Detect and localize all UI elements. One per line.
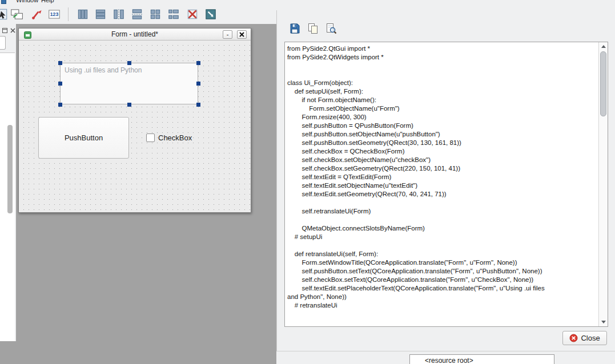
menu-help[interactable]: Help [41, 0, 54, 3]
selection-handle-middle-left[interactable] [58, 82, 62, 86]
svg-text:123: 123 [50, 11, 59, 17]
minimize-button[interactable]: - [223, 30, 232, 39]
selection-handle-bottom-left[interactable] [58, 103, 62, 107]
edit-widgets-icon[interactable] [0, 7, 9, 22]
generated-code: from PySide2.QtGui import * from PySide2… [285, 42, 598, 326]
selection-handle-top-center[interactable] [127, 61, 131, 65]
scroll-up-icon[interactable] [599, 43, 608, 50]
adjust-size-icon[interactable] [203, 7, 218, 22]
edit-buddies-icon[interactable] [9, 7, 24, 22]
pushbutton-widget[interactable]: PushButton [38, 117, 129, 159]
layout-vertical-splitter-icon[interactable] [130, 7, 144, 22]
layout-horizontal-icon[interactable] [75, 7, 90, 22]
widget-filter-input[interactable] [0, 36, 6, 50]
widget-box-dock [0, 24, 16, 341]
code-scrollbar[interactable] [598, 42, 608, 326]
scroll-down-icon[interactable] [599, 318, 608, 326]
layout-vertical-icon[interactable] [93, 7, 108, 22]
widget-box-list[interactable] [0, 52, 15, 341]
menu-window[interactable]: Window [16, 0, 38, 3]
layout-grid-icon[interactable] [148, 7, 163, 22]
checkbox-box [146, 134, 155, 142]
dock-close-icon[interactable] [9, 27, 16, 34]
close-red-icon [569, 334, 578, 342]
code-scrollbar-thumb[interactable] [600, 51, 606, 116]
layout-form-icon[interactable] [166, 7, 181, 22]
selection-handle-bottom-center[interactable] [127, 103, 131, 107]
close-button-label: Close [581, 334, 600, 342]
save-icon[interactable] [288, 22, 302, 35]
code-view[interactable]: from PySide2.QtGui import * from PySide2… [284, 42, 608, 327]
close-button[interactable]: Close [562, 331, 607, 345]
find-icon[interactable] [324, 22, 338, 35]
form-canvas[interactable]: Using .ui files and Python PushButton Ch… [19, 41, 251, 212]
resource-root-item[interactable]: <resource root> [409, 354, 554, 364]
app-icon [1, 0, 6, 4]
checkbox-widget[interactable]: CheckBox [146, 133, 192, 142]
selection-handle-middle-right[interactable] [196, 82, 200, 86]
resource-browser-panel: <resource root> [276, 351, 615, 364]
form-window-titlebar[interactable]: Form - untitled* - [19, 29, 251, 41]
toolbar-separator [68, 7, 69, 21]
code-preview-dialog: from PySide2.QtGui import * from PySide2… [276, 10, 615, 351]
textedit-widget[interactable]: Using .ui files and Python [60, 63, 198, 104]
break-layout-icon[interactable] [185, 7, 200, 22]
form-designer-window: Form - untitled* - Using .ui files and P… [18, 28, 251, 213]
dock-float-icon[interactable] [1, 27, 8, 34]
textedit-placeholder: Using .ui files and Python [61, 63, 198, 77]
checkbox-label: CheckBox [158, 134, 192, 142]
form-window-title: Form - untitled* [111, 30, 158, 38]
edit-signals-slots-icon[interactable] [30, 7, 45, 22]
resource-root-label: <resource root> [410, 355, 554, 364]
form-window-icon [24, 31, 31, 41]
main-toolbar: 123 [0, 5, 276, 24]
close-window-button[interactable] [237, 30, 247, 39]
menubar: Window Help [0, 0, 615, 5]
widget-box-scrollbar[interactable] [7, 125, 13, 213]
qt-designer-window: Window Help [0, 0, 615, 364]
selection-handle-top-left[interactable] [58, 61, 62, 65]
selection-handle-top-right[interactable] [196, 61, 200, 65]
selection-handle-bottom-right[interactable] [196, 103, 200, 107]
layout-horizontal-splitter-icon[interactable] [111, 7, 126, 22]
edit-tab-order-icon[interactable]: 123 [47, 7, 62, 22]
copy-icon[interactable] [306, 22, 320, 35]
